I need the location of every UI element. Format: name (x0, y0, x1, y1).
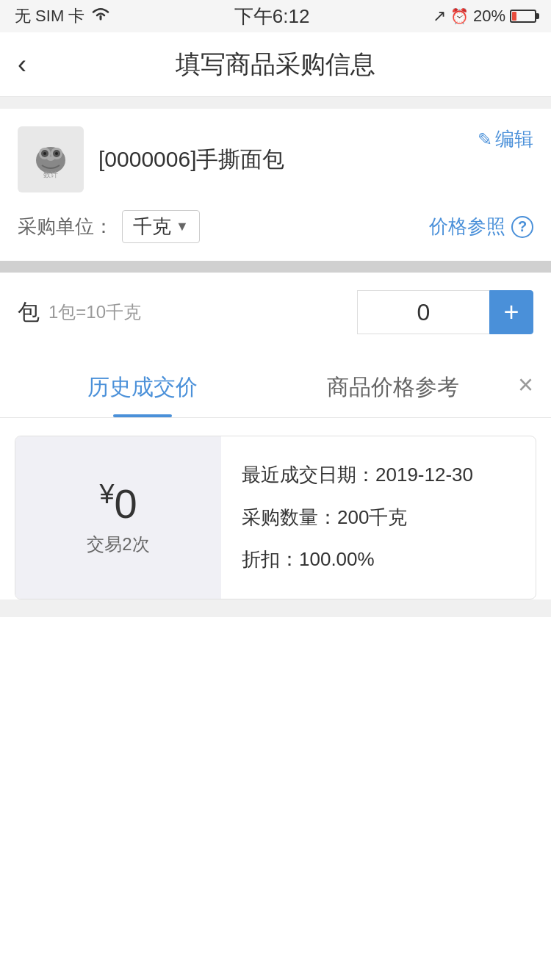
quantity-input-group: 0 + (357, 290, 533, 334)
help-icon: ? (511, 216, 533, 238)
quantity-plus-button[interactable]: + (489, 290, 533, 334)
product-header: 数计 [0000006]手撕面包 ✎ 编辑 (18, 126, 533, 192)
back-button[interactable]: ‹ (18, 49, 26, 80)
unit-selector[interactable]: 千克 ▼ (122, 210, 200, 243)
unit-dropdown-arrow: ▼ (176, 219, 189, 234)
tab-section: 历史成交价 商品价格参考 × ¥0 交易2次 最近成交日期：2019-12-30… (0, 352, 551, 599)
price-date-row: 最近成交日期：2019-12-30 (242, 460, 515, 491)
section-divider (0, 261, 551, 273)
product-name-group: [0000006]手撕面包 (98, 144, 284, 175)
status-left: 无 SIM 卡 (15, 5, 111, 27)
price-qty-row: 采购数量：200千克 (242, 502, 515, 533)
quantity-label: 包 1包=10千克 (18, 298, 141, 328)
svg-text:数计: 数计 (43, 170, 58, 179)
nav-bar: ‹ 填写商品采购信息 (0, 32, 551, 97)
alarm-icon: ⏰ (450, 7, 469, 25)
edit-icon: ✎ (478, 129, 492, 150)
status-time: 下午6:12 (234, 4, 310, 29)
bottom-space (0, 617, 551, 980)
location-icon: ↗ (433, 7, 446, 26)
page-title: 填写商品采购信息 (176, 48, 375, 82)
svg-point-6 (55, 152, 58, 155)
edit-button[interactable]: ✎ 编辑 (478, 126, 533, 152)
status-bar: 无 SIM 卡 下午6:12 ↗ ⏰ 20% (0, 0, 551, 32)
unit-section: 采购单位： 千克 ▼ (18, 210, 200, 243)
wifi-icon (90, 6, 111, 26)
tab-history-price[interactable]: 历史成交价 (18, 352, 267, 417)
quantity-unit: 包 (18, 298, 40, 328)
price-discount-row: 折扣：100.00% (242, 544, 515, 575)
product-thumbnail: 数计 (18, 126, 84, 192)
product-card: 数计 [0000006]手撕面包 ✎ 编辑 采购单位： 千克 ▼ 价格参照 (0, 109, 551, 261)
quantity-row: 包 1包=10千克 0 + (0, 273, 551, 352)
svg-point-7 (47, 156, 54, 161)
quantity-input[interactable]: 0 (357, 290, 489, 334)
tab-product-price-ref[interactable]: 商品价格参考 (267, 352, 517, 417)
currency-symbol: ¥ (99, 479, 114, 509)
price-amount: ¥0 (99, 479, 137, 527)
carrier-text: 无 SIM 卡 (15, 5, 84, 27)
price-card: ¥0 交易2次 最近成交日期：2019-12-30 采购数量：200千克 折扣：… (15, 436, 536, 599)
battery-percent: 20% (473, 7, 505, 26)
svg-point-5 (43, 152, 46, 155)
battery-icon (510, 10, 536, 23)
tab-header: 历史成交价 商品价格参考 × (0, 352, 551, 418)
tab-close-button[interactable]: × (518, 357, 533, 413)
unit-label: 采购单位： (18, 214, 113, 239)
quantity-description: 1包=10千克 (48, 300, 141, 324)
product-footer: 采购单位： 千克 ▼ 价格参照 ? (18, 210, 533, 243)
price-right-panel: 最近成交日期：2019-12-30 采购数量：200千克 折扣：100.00% (221, 436, 536, 599)
status-right: ↗ ⏰ 20% (433, 7, 536, 26)
product-left: 数计 [0000006]手撕面包 (18, 126, 284, 192)
product-name: [0000006]手撕面包 (98, 144, 284, 175)
price-transactions: 交易2次 (87, 533, 149, 556)
product-logo-icon: 数计 (29, 134, 73, 185)
price-left-panel: ¥0 交易2次 (15, 436, 221, 599)
price-reference-button[interactable]: 价格参照 ? (429, 214, 533, 239)
